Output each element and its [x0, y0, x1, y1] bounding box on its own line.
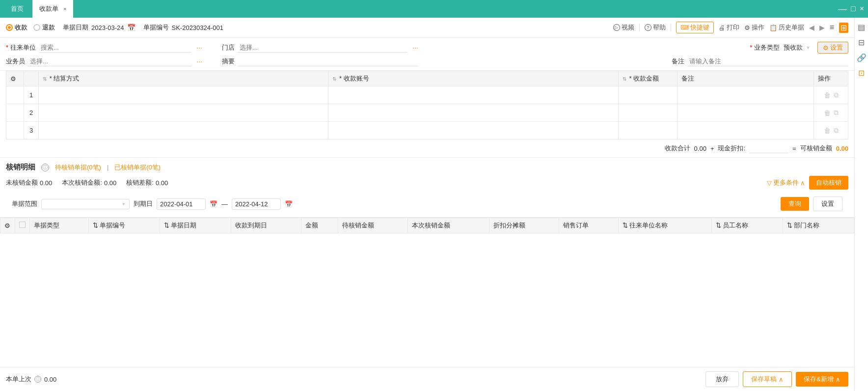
bth-amount[interactable]: 金额: [301, 218, 338, 233]
business-type-dropdown[interactable]: ▾: [807, 44, 810, 51]
partner-input[interactable]: [39, 43, 192, 53]
layout-list-icon[interactable]: ≡: [830, 23, 834, 32]
row3-remark[interactable]: [677, 122, 814, 140]
business-type-label: 业务类型: [750, 43, 780, 52]
summary-input[interactable]: [238, 56, 418, 66]
row2-amount[interactable]: [618, 104, 677, 122]
right-sidebar: ▤ ⊟ 🔗 ⊡: [854, 18, 868, 391]
shortcut-icon: ⌨: [680, 24, 689, 31]
tab-active[interactable]: 收款单 ×: [32, 0, 73, 18]
discount-input[interactable]: [749, 143, 788, 153]
bth-pending[interactable]: 待核销金额: [338, 218, 408, 233]
staff-ellipsis-icon[interactable]: ···: [196, 57, 202, 65]
nav-prev-btn[interactable]: ◀: [809, 24, 814, 31]
row2-account[interactable]: [328, 104, 618, 122]
due-date-to-input[interactable]: [232, 198, 281, 210]
auto-verify-btn[interactable]: 自动核销: [809, 176, 848, 190]
bth-doc-num[interactable]: ⇅ 单据编号: [89, 218, 160, 233]
partner-ellipsis-icon[interactable]: ···: [196, 44, 202, 52]
th-amount[interactable]: ⇅ * 收款金额: [618, 71, 677, 86]
row2-remark[interactable]: [677, 104, 814, 122]
shortcut-btn[interactable]: ⌨ 快捷键: [676, 22, 714, 33]
row3-num: 3: [24, 122, 39, 140]
plus-label: +: [710, 145, 714, 152]
more-conditions-btn[interactable]: ▽ 更多条件 ∧: [767, 178, 805, 187]
shop-ellipsis-icon[interactable]: ···: [412, 44, 418, 52]
pending-tab[interactable]: 待核销单据(0笔): [55, 163, 101, 172]
bth-order[interactable]: 销售订单: [559, 218, 618, 233]
row1-copy-icon[interactable]: ⧉: [834, 91, 839, 99]
layout-grid-icon[interactable]: ⊞: [839, 23, 848, 33]
row2-num: 2: [24, 104, 39, 122]
scope-select-wrapper[interactable]: ▾: [41, 199, 130, 209]
row1-settle[interactable]: [39, 86, 328, 104]
due-date-from-input[interactable]: [157, 198, 206, 210]
ops-btn[interactable]: ⚙ 操作: [744, 23, 764, 32]
docnum-field: 单据编号 SK-20230324-001: [143, 23, 224, 32]
row1-remark[interactable]: [677, 86, 814, 104]
verify-info-icon[interactable]: ⓘ: [41, 164, 49, 171]
page-wrapper: 收款 退款 单据日期 2023-03-24 📅 单据编号 SK-20230324…: [0, 18, 868, 391]
help-btn[interactable]: ? 帮助: [645, 23, 666, 32]
row2-delete-icon[interactable]: 🗑: [824, 109, 831, 117]
row3-settle[interactable]: [39, 122, 328, 140]
bth-partner[interactable]: ⇅ 往来单位名称: [618, 218, 711, 233]
row1-ops: 🗑 ⧉: [814, 86, 848, 104]
sidebar-expand-icon[interactable]: ⊡: [858, 68, 865, 78]
calendar-icon-to[interactable]: 📅: [285, 200, 293, 208]
bth-gear[interactable]: ⚙: [0, 218, 15, 233]
row2-settle[interactable]: [39, 104, 328, 122]
row1-account[interactable]: [328, 86, 618, 104]
radio-refund-dot: [33, 24, 40, 31]
footer-info-icon[interactable]: ⓘ: [34, 376, 41, 383]
bth-staff[interactable]: ⇅ 员工名称: [711, 218, 783, 233]
radio-receive[interactable]: 收款: [6, 23, 27, 32]
remark-input[interactable]: [687, 56, 848, 66]
row2-copy-icon[interactable]: ⧉: [834, 109, 839, 117]
th-settle[interactable]: ⇅ * 结算方式: [39, 71, 328, 86]
save-new-btn[interactable]: 保存&新增 ∧: [796, 372, 848, 387]
sidebar-table-icon[interactable]: ▤: [858, 23, 865, 32]
nav-next-btn[interactable]: ▶: [819, 24, 825, 31]
select-all-checkbox[interactable]: [19, 222, 26, 228]
bth-due-date[interactable]: 收款到期日: [231, 218, 301, 233]
bth-dept[interactable]: ⇅ 部门名称: [783, 218, 854, 233]
history-btn[interactable]: 📋 历史单据: [769, 23, 804, 32]
table-settings-btn[interactable]: 设置: [813, 196, 842, 211]
row3-delete-icon[interactable]: 🗑: [824, 127, 831, 135]
sidebar-minus-icon[interactable]: ⊟: [858, 38, 865, 47]
settings-btn[interactable]: ⚙ 设置: [817, 42, 848, 54]
abandon-btn[interactable]: 放弃: [705, 371, 739, 387]
footer-value: 0.00: [44, 376, 56, 383]
query-btn[interactable]: 查询: [781, 197, 809, 211]
row1-amount[interactable]: [618, 86, 677, 104]
radio-refund[interactable]: 退款: [33, 23, 55, 32]
tab-close-icon[interactable]: ×: [63, 6, 66, 12]
save-draft-btn[interactable]: 保存草稿 ∧: [743, 371, 792, 387]
bth-doc-date[interactable]: ⇅ 单据日期: [160, 218, 231, 233]
row1-delete-icon[interactable]: 🗑: [824, 91, 831, 99]
calendar-icon-from[interactable]: 📅: [210, 200, 217, 208]
row3-copy-icon[interactable]: ⧉: [834, 126, 839, 135]
done-tab[interactable]: 已核销单据(0笔): [114, 163, 161, 172]
bth-current[interactable]: 本次核销金额: [408, 218, 489, 233]
bth-doc-type[interactable]: 单据类型: [30, 218, 89, 233]
window-min-btn[interactable]: —: [838, 4, 847, 14]
page-main: 收款 退款 单据日期 2023-03-24 📅 单据编号 SK-20230324…: [0, 18, 854, 391]
bth-discount[interactable]: 折扣分摊额: [489, 218, 559, 233]
staff-label: 业务员: [6, 57, 25, 66]
calendar-icon[interactable]: 📅: [127, 24, 136, 31]
shop-input[interactable]: [238, 43, 407, 53]
row3-amount[interactable]: [618, 122, 677, 140]
th-gear[interactable]: ⚙: [6, 71, 24, 86]
row3-account[interactable]: [328, 122, 618, 140]
th-account[interactable]: ⇅ * 收款账号: [328, 71, 618, 86]
staff-input[interactable]: [28, 56, 191, 66]
window-max-btn[interactable]: □: [851, 4, 856, 13]
print-btn[interactable]: 🖨 打印: [719, 23, 739, 32]
window-close-btn[interactable]: ×: [860, 4, 864, 13]
bth-check[interactable]: [15, 218, 30, 233]
video-btn[interactable]: ▷ 视频: [613, 23, 634, 32]
tab-home[interactable]: 首页: [4, 0, 30, 18]
sidebar-link-icon[interactable]: 🔗: [857, 53, 867, 62]
